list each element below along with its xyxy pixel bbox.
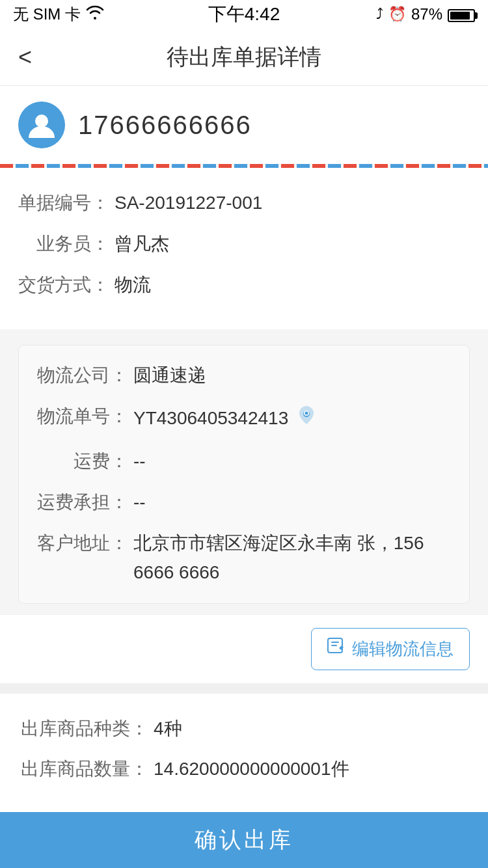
document-number-row: 单据编号： SA-20191227-001	[18, 189, 470, 218]
location-status-icon: ⤴	[376, 6, 383, 23]
salesman-value: 曾凡杰	[115, 230, 470, 259]
product-quantity-value: 14.620000000000001件	[154, 755, 470, 784]
edit-logistics-button[interactable]: 编辑物流信息	[311, 628, 470, 670]
edit-icon	[327, 638, 346, 660]
back-button[interactable]: <	[18, 44, 32, 71]
delivery-label: 交货方式：	[18, 271, 109, 300]
wifi-icon	[86, 5, 104, 23]
nav-bar: < 待出库单据详情	[0, 29, 488, 86]
logistics-company-label: 物流公司：	[37, 361, 128, 390]
address-label: 客户地址：	[37, 529, 128, 558]
user-avatar	[18, 102, 65, 148]
product-types-label: 出库商品种类：	[18, 714, 148, 744]
content: 17666666666 单据编号： SA-20191227-001 业务员： 曾…	[0, 86, 488, 868]
freight-bear-row: 运费承担： --	[37, 488, 451, 517]
product-section: 出库商品种类： 4种 出库商品数量： 14.620000000000001件	[0, 694, 488, 815]
freight-label: 运费：	[37, 447, 128, 476]
delivery-row: 交货方式： 物流	[18, 271, 470, 300]
logistics-card: 物流公司： 圆通速递 物流单号： YT4306405342413 运费： --	[18, 345, 470, 603]
svg-point-0	[35, 115, 48, 128]
tracking-value: YT4306405342413	[133, 402, 451, 435]
freight-row: 运费： --	[37, 447, 451, 476]
logistics-company-row: 物流公司： 圆通速递	[37, 361, 451, 390]
document-info-section: 单据编号： SA-20191227-001 业务员： 曾凡杰 交货方式： 物流	[0, 168, 488, 329]
bottom-confirm-button[interactable]: 确认出库	[0, 812, 488, 868]
page-title: 待出库单据详情	[167, 42, 321, 72]
address-row: 客户地址： 北京市市辖区海淀区永丰南 张，156 6666 6666	[37, 529, 451, 588]
address-value: 北京市市辖区海淀区永丰南 张，156 6666 6666	[133, 529, 451, 588]
battery-icon	[448, 5, 475, 23]
document-number-label: 单据编号：	[18, 189, 109, 218]
status-bar: 无 SIM 卡 下午4:42 ⤴ ⏰ 87%	[0, 0, 488, 29]
edit-btn-container: 编辑物流信息	[0, 614, 488, 683]
product-types-row: 出库商品种类： 4种	[18, 714, 470, 744]
salesman-label: 业务员：	[18, 230, 109, 259]
battery-percent: 87%	[411, 5, 442, 23]
logistics-company-value: 圆通速递	[133, 361, 451, 390]
tracking-location-icon[interactable]	[296, 402, 317, 435]
delivery-value: 物流	[115, 271, 470, 300]
user-header: 17666666666	[0, 86, 488, 164]
status-bar-right: ⤴ ⏰ 87%	[376, 5, 475, 23]
edit-logistics-label: 编辑物流信息	[352, 638, 454, 660]
status-bar-left: 无 SIM 卡	[13, 4, 104, 25]
product-quantity-label: 出库商品数量：	[18, 755, 148, 784]
product-types-value: 4种	[154, 714, 470, 744]
alarm-icon: ⏰	[388, 6, 406, 23]
tracking-label: 物流单号：	[37, 402, 128, 431]
product-quantity-row: 出库商品数量： 14.620000000000001件	[18, 755, 470, 784]
user-phone: 17666666666	[78, 111, 252, 140]
tracking-row: 物流单号： YT4306405342413	[37, 402, 451, 435]
salesman-row: 业务员： 曾凡杰	[18, 230, 470, 259]
freight-value: --	[133, 447, 451, 476]
confirm-button-label: 确认出库	[195, 825, 293, 855]
section-gap	[0, 683, 488, 694]
carrier-label: 无 SIM 卡	[13, 4, 81, 25]
freight-bear-value: --	[133, 488, 451, 517]
svg-point-3	[305, 412, 308, 415]
document-number-value: SA-20191227-001	[115, 189, 470, 218]
tracking-number: YT4306405342413	[133, 404, 288, 433]
status-bar-time: 下午4:42	[208, 2, 280, 27]
freight-bear-label: 运费承担：	[37, 488, 128, 517]
